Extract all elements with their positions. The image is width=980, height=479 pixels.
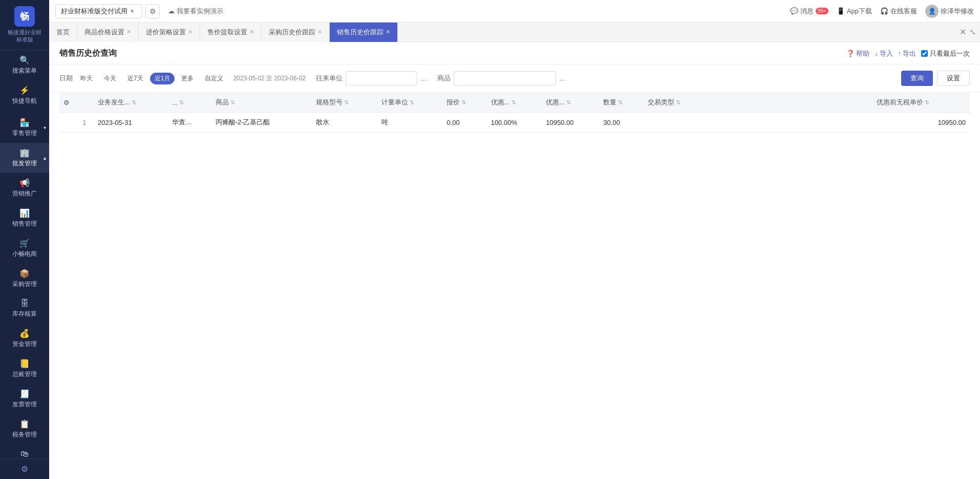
topbar-settings-button[interactable]: ⚙ (145, 4, 160, 18)
sidebar-quick-nav-label: 快捷导航 (12, 97, 37, 105)
online-service-button[interactable]: 🎧 在线客服 (880, 7, 917, 16)
date-btn-today[interactable]: 今天 (99, 73, 121, 84)
sort-icon: ⇅ (344, 99, 349, 106)
sidebar-settings-icon[interactable]: ⚙ (21, 464, 28, 474)
th-quoted-price[interactable]: 报价 ⇅ (442, 93, 486, 113)
sort-icon: ⇅ (676, 99, 680, 106)
last-only-input[interactable] (921, 50, 928, 57)
sidebar-item-tax[interactable]: 📋 税务管理 (0, 414, 49, 444)
import-link[interactable]: ↓ 导入 (875, 49, 893, 58)
sidebar-item-wholesale[interactable]: 🏢 批发管理 ▴ (0, 143, 49, 173)
th-unit-label: 计量单位 (381, 98, 408, 107)
th-quantity[interactable]: 数量 ⇅ (599, 93, 643, 113)
settings-button[interactable]: 设置 (937, 71, 970, 86)
cell-discount-rate: 100.00% (487, 113, 542, 133)
tab-home[interactable]: 首页 (49, 23, 77, 42)
sidebar-item-general-ledger[interactable]: 📒 总账管理 (0, 354, 49, 384)
close-icon[interactable]: ✕ (317, 29, 322, 35)
sidebar-item-ecommerce[interactable]: 🛍 电商管理 (0, 444, 49, 459)
version-selector[interactable]: 好业财标准版交付试用 ▾ (55, 4, 142, 18)
phone-icon: 📱 (837, 7, 845, 15)
tab-product-price-label: 商品价格设置 (84, 28, 124, 37)
date-btn-last7[interactable]: 近7天 (123, 73, 148, 84)
logo-text: 畅捷通好业财标准版 (8, 29, 41, 43)
th-biz-date[interactable]: 业务发生... ⇅ (94, 93, 168, 113)
th-col3-label: ... (172, 99, 178, 106)
cell-quantity: 30.00 (599, 113, 643, 133)
question-icon: ❓ (846, 50, 855, 57)
product-dots-btn[interactable]: ... (559, 74, 566, 82)
help-label: 帮助 (856, 49, 869, 58)
source-unit-dots-btn[interactable]: ... (420, 74, 427, 82)
export-icon: ↑ (898, 50, 902, 57)
sidebar-quick-nav[interactable]: ⚡ 快捷导航 (0, 80, 49, 111)
last-only-checkbox[interactable]: 只看最后一次 (921, 49, 970, 58)
th-trans-type[interactable]: 交易类型 ⇅ (644, 93, 709, 113)
close-icon[interactable]: ✕ (249, 29, 254, 35)
th-discount-price-label: 优惠... (546, 98, 565, 107)
sidebar-item-sales[interactable]: 📊 销售管理 (0, 203, 49, 233)
last-only-label: 只看最后一次 (930, 49, 970, 58)
date-btn-yesterday[interactable]: 昨天 (76, 73, 97, 84)
sidebar-item-marketing[interactable]: 📢 营销推广 (0, 173, 49, 203)
help-link[interactable]: ❓ 帮助 (846, 49, 869, 58)
tab-sale-price[interactable]: 售价提取设置 ✕ (200, 23, 262, 42)
maximize-window-icon[interactable]: ⤡ (969, 27, 976, 37)
th-pretax-price-label: 优惠前无税单价 (877, 98, 923, 107)
tab-sale-history-label: 销售历史价跟踪 (337, 28, 384, 37)
source-unit-input[interactable] (346, 71, 417, 85)
message-button[interactable]: 💬 消息 99+ (790, 7, 828, 16)
retail-icon: 🏪 (19, 118, 30, 127)
tax-icon: 📋 (19, 419, 30, 429)
sort-icon: ⇅ (925, 99, 929, 106)
sidebar-item-retail[interactable]: 🏪 零售管理 ▾ (0, 113, 49, 143)
table-settings-icon[interactable]: ⚙ (63, 99, 70, 106)
sidebar-item-finance[interactable]: 💰 资金管理 (0, 323, 49, 354)
date-btn-custom[interactable]: 自定义 (200, 73, 228, 84)
tab-purchase-strategy[interactable]: 进价策略设置 ✕ (139, 23, 200, 42)
sidebar-item-invoice[interactable]: 🧾 发票管理 (0, 384, 49, 414)
sidebar-item-inventory[interactable]: 🗄 库存核算 (0, 294, 49, 323)
date-btn-last1month[interactable]: 近1月 (150, 73, 175, 84)
inventory-icon: 🗄 (20, 299, 29, 308)
ecommerce-icon: 🛍 (20, 449, 29, 459)
th-settings[interactable]: ⚙ (59, 93, 75, 113)
table-row[interactable]: 1 2023-05-31 华查... 丙烯酸-2-乙基己酯 散水 吨 0.00 … (59, 113, 970, 133)
th-spec[interactable]: 规格型号 ⇅ (312, 93, 377, 113)
tab-purchase-history[interactable]: 采购历史价跟踪 ✕ (262, 23, 330, 42)
sidebar-search[interactable]: 🔍 搜索菜单 (0, 50, 49, 80)
nav-icon: ⚡ (19, 85, 30, 95)
user-menu[interactable]: 👤 徐泽华修改 (925, 5, 974, 18)
th-product[interactable]: 商品 ⇅ (211, 93, 312, 113)
tab-sale-history[interactable]: 销售历史价跟踪 ✕ (330, 23, 398, 42)
th-spacer (709, 93, 872, 113)
th-col3[interactable]: ... ⇅ (168, 93, 211, 113)
product-input[interactable] (454, 71, 556, 85)
th-num (75, 93, 94, 113)
app-download-label: App下载 (847, 7, 872, 16)
date-btn-more[interactable]: 更多 (177, 73, 198, 84)
close-window-icon[interactable]: ✕ (960, 27, 966, 37)
message-badge: 99+ (816, 8, 828, 14)
th-discount-price[interactable]: 优惠... ⇅ (542, 93, 599, 113)
close-icon[interactable]: ✕ (188, 29, 193, 35)
app-download-button[interactable]: 📱 App下载 (837, 7, 872, 16)
tab-product-price[interactable]: 商品价格设置 ✕ (77, 23, 139, 42)
th-discount-rate[interactable]: 优惠... ⇅ (487, 93, 542, 113)
sidebar-item-ecommerce-small[interactable]: 🛒 小畅电商 (0, 233, 49, 264)
query-button[interactable]: 查询 (901, 71, 933, 86)
th-unit[interactable]: 计量单位 ⇅ (377, 93, 443, 113)
export-link[interactable]: ↑ 导出 (898, 49, 917, 58)
date-label: 日期 (59, 74, 73, 83)
sidebar-item-purchase[interactable]: 📦 采购管理 (0, 264, 49, 294)
cell-pretax-price: 10950.00 (872, 113, 970, 133)
tabbar: 首页 商品价格设置 ✕ 进价策略设置 ✕ 售价提取设置 ✕ 采购历史价跟踪 ✕ … (49, 23, 980, 42)
demo-link[interactable]: ☁ 我要看实例演示 (168, 7, 223, 16)
source-unit-filter: 往来单位 ... (316, 71, 427, 85)
sidebar-item-sales-label: 销售管理 (12, 220, 37, 228)
close-icon[interactable]: ✕ (386, 29, 390, 35)
th-product-label: 商品 (216, 98, 229, 107)
th-pretax-price[interactable]: 优惠前无税单价 ⇅ (872, 93, 970, 113)
topbar: 好业财标准版交付试用 ▾ ⚙ ☁ 我要看实例演示 💬 消息 99+ 📱 App下… (49, 0, 980, 23)
close-icon[interactable]: ✕ (126, 29, 131, 35)
